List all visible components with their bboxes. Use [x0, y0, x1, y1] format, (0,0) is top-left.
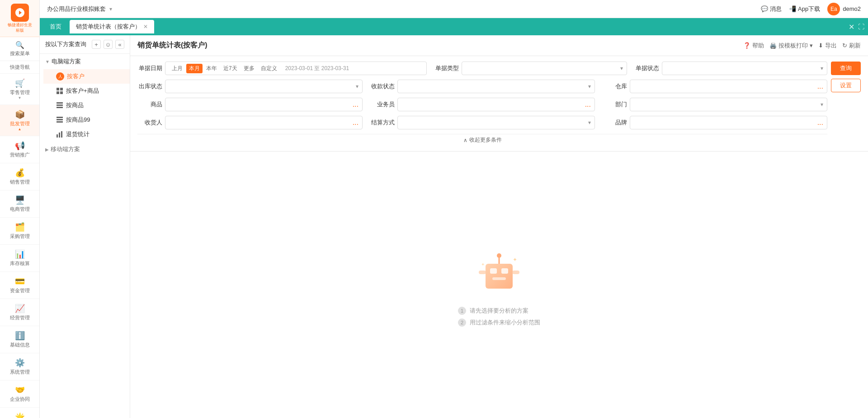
- svg-rect-15: [501, 268, 508, 274]
- svg-rect-14: [490, 268, 497, 274]
- refresh-btn[interactable]: ↻ 刷新: [842, 42, 861, 50]
- scheme-item-by-product-99[interactable]: 按商品99: [43, 113, 130, 127]
- svg-rect-1: [60, 88, 63, 90]
- sidebar-item-ecommerce[interactable]: 🖥️ 电商管理: [0, 190, 39, 218]
- product-label: 商品: [137, 100, 162, 109]
- settings-btn[interactable]: 设置: [831, 79, 861, 92]
- tab-maximize-btn[interactable]: ⛶: [858, 23, 864, 30]
- scheme-table-icon: [56, 102, 63, 109]
- sidebar-item-newbie[interactable]: 🌟 新手引导: [0, 408, 39, 418]
- procurement-icon: 🗂️: [15, 222, 25, 232]
- out-status-label: 出库状态: [137, 82, 162, 90]
- help-icon: ❓: [743, 42, 750, 49]
- chevron-right-icon: ▶: [45, 147, 49, 152]
- svg-rect-13: [486, 264, 513, 289]
- date-tab-custom[interactable]: 自定义: [258, 64, 280, 73]
- sidebar-item-retail[interactable]: 🛒 零售管理 ▼: [0, 74, 39, 105]
- message-btn[interactable]: 💬 消息: [761, 5, 782, 13]
- tab-close-btn[interactable]: ✕: [143, 24, 148, 30]
- out-status-control[interactable]: ▾: [165, 80, 363, 93]
- doc-status-control[interactable]: ▾: [662, 62, 827, 75]
- svg-text:✦: ✦: [481, 262, 485, 267]
- operations-icon: 📈: [15, 304, 25, 314]
- warehouse-control[interactable]: ...: [630, 80, 827, 93]
- dept-control[interactable]: ▾: [630, 98, 827, 111]
- receive-status-control[interactable]: ▾: [397, 80, 595, 93]
- tab-bar: 首页 销货单统计表（按客户） ✕ ✕ ⛶: [40, 18, 868, 35]
- sidebar-item-procurement[interactable]: 🗂️ 采购管理: [0, 218, 39, 245]
- refresh-icon: ↻: [842, 42, 847, 49]
- sidebar-item-quick-nav[interactable]: 快捷导航: [0, 61, 39, 74]
- export-btn[interactable]: ⬇ 导出: [818, 42, 837, 50]
- scheme-item-return-stats[interactable]: 退货统计: [43, 127, 130, 142]
- scheme-item-by-product[interactable]: 按商品: [43, 98, 130, 113]
- company-dropdown-btn[interactable]: ▾: [109, 6, 112, 12]
- filter-brand: 品牌 ...: [602, 116, 827, 129]
- add-scheme-btn[interactable]: +: [92, 40, 101, 49]
- scheme-item-by-customer-product[interactable]: 按客户+商品: [43, 84, 130, 98]
- svg-rect-5: [57, 104, 63, 106]
- sidebar-item-enterprise[interactable]: 🤝 企业协同: [0, 380, 39, 408]
- date-tab-more[interactable]: 更多: [241, 64, 257, 73]
- mobile-scheme-toggle[interactable]: ▶ 移动端方案: [40, 142, 130, 157]
- scheme-item-by-customer[interactable]: 人 按客户: [43, 69, 130, 84]
- app-name: 畅捷通好生意 标版: [8, 23, 32, 33]
- tab-home[interactable]: 首页: [43, 20, 68, 33]
- sidebar-item-marketing[interactable]: 📢 营销推广: [0, 136, 39, 163]
- receive-status-dropdown-icon: ▾: [588, 83, 591, 90]
- expand-icon: ▼: [45, 59, 50, 64]
- date-range-text: 2023-03-01 至 2023-03-31: [285, 65, 349, 72]
- sidebar-item-operations[interactable]: 📈 经营管理: [0, 299, 39, 326]
- desktop-scheme-category[interactable]: ▼ 电脑端方案: [40, 54, 130, 69]
- sidebar-item-basics[interactable]: ℹ️ 基础信息: [0, 326, 39, 353]
- svg-rect-16: [492, 277, 506, 280]
- svg-rect-12: [61, 131, 62, 138]
- svg-rect-7: [57, 117, 63, 118]
- enterprise-icon: 🤝: [15, 385, 25, 395]
- query-btn[interactable]: 查询: [831, 62, 861, 75]
- filter-row-2: 出库状态 ▾ 收款状态 ▾: [137, 80, 827, 93]
- search-menu-item[interactable]: 🔍 搜索菜单: [0, 37, 39, 61]
- doc-type-control[interactable]: ▾: [462, 62, 627, 75]
- svg-rect-4: [57, 102, 63, 104]
- collapse-scheme-panel-btn[interactable]: «: [115, 40, 124, 49]
- help-btn[interactable]: ❓ 帮助: [743, 42, 764, 50]
- sidebar-item-wholesale[interactable]: 📦 批发管理 ▲: [0, 105, 39, 136]
- svg-text:✦: ✦: [513, 256, 517, 263]
- desktop-scheme-items: 人 按客户 按客户+商品: [40, 69, 130, 142]
- sidebar-item-sales[interactable]: 💰 销售管理: [0, 163, 39, 190]
- collapse-filter-btn[interactable]: ∧ 收起更多条件: [137, 134, 827, 146]
- svg-rect-11: [59, 133, 60, 138]
- template-print-btn[interactable]: 🖨️ 按模板打印 ▾: [769, 42, 813, 50]
- sidebar-item-finance[interactable]: 💳 资金管理: [0, 272, 39, 299]
- sidebar-item-inventory[interactable]: 📊 库存核算: [0, 245, 39, 272]
- main-area: 办公用品行业模拟账套 ▾ 💬 消息 📲 App下载 Ea demo2 首页 销货…: [40, 0, 868, 418]
- consignee-control[interactable]: ...: [165, 116, 363, 129]
- date-tab-last7[interactable]: 近7天: [221, 64, 240, 73]
- date-tab-this-month[interactable]: 本月: [186, 64, 203, 73]
- sidebar-item-system[interactable]: ⚙️ 系统管理: [0, 353, 39, 380]
- filter-row-4: 收货人 ... 结算方式 ▾: [137, 116, 827, 129]
- svg-rect-6: [57, 107, 63, 108]
- brand-control[interactable]: ...: [630, 116, 827, 129]
- date-control[interactable]: 上月 本月 本年 近7天 更多 自定义 2023-03-01 至 2023-03…: [165, 62, 427, 75]
- filter-dept: 部门 ▾: [602, 98, 827, 111]
- product-dots: ...: [353, 100, 359, 109]
- tab-sales-stat[interactable]: 销货单统计表（按客户） ✕: [70, 20, 154, 33]
- staff-control[interactable]: ...: [397, 98, 595, 111]
- wholesale-icon: 📦: [15, 109, 25, 119]
- app-download-btn[interactable]: 📲 App下载: [789, 5, 820, 13]
- product-control[interactable]: ...: [165, 98, 363, 111]
- date-tab-last-month[interactable]: 上月: [169, 64, 185, 73]
- date-label: 单据日期: [137, 64, 162, 72]
- user-menu-btn[interactable]: Ea demo2: [827, 3, 861, 15]
- doc-type-dropdown-icon: ▾: [620, 65, 623, 71]
- edit-icon: ☺: [105, 41, 111, 48]
- date-tab-this-year[interactable]: 本年: [203, 64, 220, 73]
- edit-scheme-btn[interactable]: ☺: [104, 40, 113, 49]
- print-icon: 🖨️: [769, 42, 777, 49]
- right-panel: 销货单统计表(按客户) ❓ 帮助 🖨️ 按模板打印 ▾ ⬇ 导出: [130, 35, 868, 418]
- tab-close-window-btn[interactable]: ✕: [849, 23, 854, 31]
- ecommerce-icon: 🖥️: [15, 195, 25, 205]
- payment-control[interactable]: ▾: [397, 116, 595, 129]
